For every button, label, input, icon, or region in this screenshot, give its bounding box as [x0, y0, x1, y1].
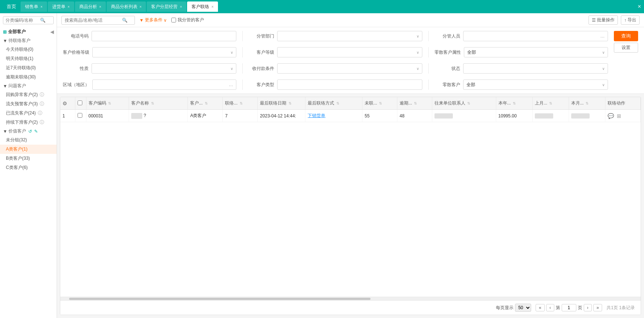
- chat-icon[interactable]: 💬: [608, 113, 614, 119]
- more-filters-btn[interactable]: ▼ 更多条件 ∨: [139, 17, 167, 23]
- sidebar-item-c-class[interactable]: C类客户(6): [0, 163, 57, 172]
- nature-select[interactable]: ∨: [92, 63, 236, 74]
- col-overdue-label: 逾期...: [400, 100, 412, 106]
- table-scrollbar[interactable]: [60, 297, 641, 300]
- sidebar-search-input[interactable]: [6, 18, 39, 23]
- region-dots: …: [229, 82, 233, 87]
- sidebar-item-churned[interactable]: 已流失客户(24) ⓘ: [0, 109, 57, 118]
- prev-page-btn[interactable]: ‹: [546, 304, 554, 311]
- phone-input[interactable]: [92, 31, 236, 41]
- total-info: 共1页 1条记录: [607, 305, 635, 311]
- this-month-placeholder: [571, 113, 590, 119]
- nav-tab-analysis-list[interactable]: 商品分析列表 ×: [107, 1, 146, 12]
- dept-select[interactable]: ∨: [277, 31, 422, 41]
- setting-button[interactable]: 设置: [614, 43, 638, 53]
- name-placeholder: [131, 113, 142, 119]
- col-overdue-sort[interactable]: ⇅: [414, 101, 417, 105]
- filter-cell-dept: 分管部门 ∨: [248, 31, 422, 41]
- payment-select[interactable]: ∨: [277, 63, 422, 74]
- sidebar-search-box[interactable]: 🔍: [3, 16, 54, 24]
- page-input[interactable]: [562, 304, 576, 311]
- sidebar-search-icon: 🔍: [40, 18, 46, 23]
- retail-select[interactable]: 全部 ∨: [463, 80, 608, 90]
- close-customer-layer-tab[interactable]: ×: [180, 5, 182, 9]
- col-type-sort[interactable]: ⇅: [205, 101, 208, 105]
- page-size-dropdown[interactable]: 50: [515, 304, 531, 312]
- col-last-date-sort[interactable]: ⇅: [289, 101, 291, 105]
- sidebar-all-customers[interactable]: ⊞ 全部客户 ◀: [0, 27, 57, 36]
- col-name-sort[interactable]: ⇅: [151, 101, 154, 105]
- td-last-method[interactable]: 下销货单: [305, 110, 362, 122]
- col-company-sort[interactable]: ⇅: [467, 101, 470, 105]
- query-button[interactable]: 查询: [614, 31, 638, 41]
- td-action: 💬 ⊞: [605, 110, 640, 122]
- last-method-link[interactable]: 下销货单: [308, 113, 325, 118]
- th-last-date: 最后联络日期 ⇅: [258, 97, 305, 110]
- col-last-method-sort[interactable]: ⇅: [336, 101, 339, 105]
- page-size-select[interactable]: 每页显示 50: [496, 304, 531, 312]
- manager-select[interactable]: …: [463, 31, 608, 41]
- col-last-month-sort[interactable]: ⇅: [549, 101, 552, 105]
- sidebar-item-7days[interactable]: 近7天待联络(0): [0, 63, 57, 73]
- next-page-btn[interactable]: ›: [584, 304, 592, 311]
- close-customer-contact-tab[interactable]: ×: [211, 5, 214, 9]
- sidebar-item-declining[interactable]: 持续下滑客户(2) ⓘ: [0, 118, 57, 127]
- sidebar-item-b-class[interactable]: B类客户(33): [0, 154, 57, 163]
- qr-icon[interactable]: ⊞: [617, 113, 621, 119]
- sidebar-collapse-btn[interactable]: ◀: [50, 29, 54, 35]
- filter-cell-cust-type: 客户类型: [248, 80, 422, 90]
- close-purchase-tab[interactable]: ×: [68, 5, 70, 9]
- sidebar-item-abnormal[interactable]: 回购异常客户(2) ⓘ: [0, 90, 57, 99]
- sidebar-item-today[interactable]: 今天待联络(0): [0, 45, 57, 54]
- last-page-btn[interactable]: »: [593, 304, 602, 311]
- row-checkbox[interactable]: [78, 113, 82, 118]
- close-window-button[interactable]: ×: [638, 3, 641, 10]
- col-code-sort[interactable]: ⇅: [108, 101, 111, 105]
- cust-grade-select[interactable]: ∨: [277, 47, 422, 57]
- retail-chevron: ∨: [602, 83, 605, 87]
- col-this-year-sort[interactable]: ⇅: [513, 101, 516, 105]
- price-grade-select[interactable]: ∨: [92, 47, 236, 57]
- gear-icon[interactable]: ⚙: [62, 100, 67, 106]
- th-gear[interactable]: ⚙: [60, 97, 75, 110]
- nav-tab-customer-layer[interactable]: 客户分层经营 ×: [147, 1, 186, 12]
- nav-tab-customer-contact[interactable]: 客户联络 ×: [187, 1, 218, 12]
- filter-cell-payment: 收付款条件 ∨: [248, 63, 422, 74]
- nav-tab-purchase[interactable]: 进货单 ×: [48, 1, 74, 12]
- batch-op-btn[interactable]: ☰ 批量操作: [588, 15, 618, 25]
- col-last-method-label: 最后联络方式: [308, 100, 334, 106]
- my-customers-checkbox[interactable]: [171, 18, 176, 22]
- export-btn[interactable]: ↑ 导出: [621, 15, 640, 25]
- retail-attr-select[interactable]: 全部 ∨: [464, 47, 608, 57]
- first-page-btn[interactable]: «: [536, 304, 545, 311]
- filter-search-input[interactable]: [65, 18, 120, 23]
- sidebar-item-overdue[interactable]: 逾期未联络(30): [0, 73, 57, 82]
- td-contact: 7: [223, 110, 258, 122]
- refresh-icon[interactable]: ↺: [28, 129, 32, 134]
- cust-type-select[interactable]: [277, 80, 422, 90]
- edit-icon[interactable]: ✎: [34, 129, 38, 134]
- sidebar-item-unclassified[interactable]: 未分组(32): [0, 135, 57, 145]
- th-last-month: 上月... ⇅: [532, 97, 569, 110]
- sidebar-item-churn-warning[interactable]: 流失预警客户(3) ⓘ: [0, 99, 57, 109]
- col-this-month-sort[interactable]: ⇅: [586, 101, 588, 105]
- sidebar-item-a-class[interactable]: A类客户(1): [0, 145, 57, 154]
- col-no-contact-sort[interactable]: ⇅: [379, 101, 382, 105]
- close-analysis-tab[interactable]: ×: [99, 5, 101, 9]
- region-select[interactable]: …: [92, 80, 236, 90]
- nav-tab-sales[interactable]: 销售单 ×: [21, 1, 47, 12]
- table-scroll-thumb[interactable]: [69, 298, 371, 300]
- th-name: 客户名称 ⇅: [129, 97, 188, 110]
- filter-search-box[interactable]: 🔍: [61, 16, 135, 25]
- select-all-checkbox[interactable]: [78, 100, 82, 105]
- my-customers-filter[interactable]: 我分管的客户: [171, 17, 204, 23]
- sidebar-item-tomorrow[interactable]: 明天待联络(1): [0, 54, 57, 63]
- col-contact-sort[interactable]: ⇅: [240, 101, 243, 105]
- close-sales-tab[interactable]: ×: [40, 5, 43, 9]
- nav-home[interactable]: 首页: [3, 3, 20, 10]
- top-nav: 首页 销售单 × 进货单 × 商品分析 × 商品分析列表 × 客户分层经营 × …: [0, 0, 644, 13]
- nav-tab-analysis[interactable]: 商品分析 ×: [75, 1, 106, 12]
- filter-cell-status: 状态 ∨: [434, 63, 608, 74]
- close-analysis-list-tab[interactable]: ×: [140, 5, 142, 9]
- status-select[interactable]: ∨: [463, 63, 608, 74]
